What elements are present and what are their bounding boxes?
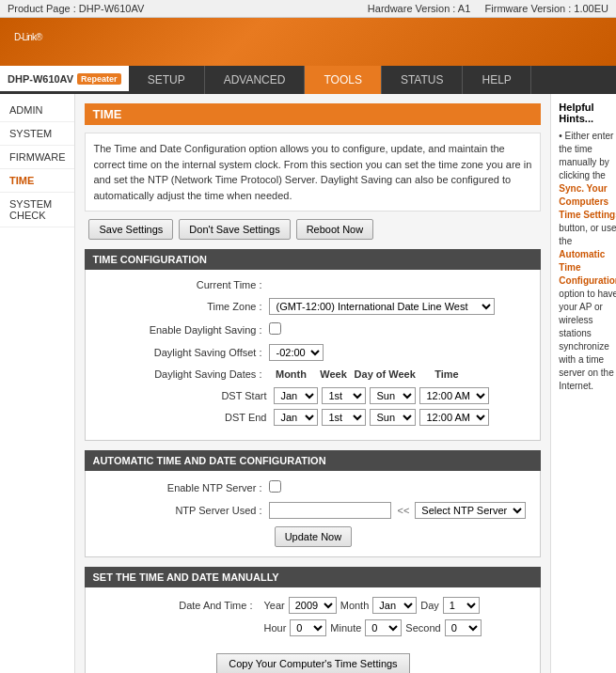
day-label: Day (420, 600, 439, 611)
repeater-badge: Repeater (77, 73, 121, 85)
tab-status[interactable]: STATUS (382, 66, 464, 94)
main-layout: ADMIN SYSTEM FIRMWARE TIME SYSTEM CHECK … (0, 94, 616, 673)
day-select[interactable]: 123153031 (443, 597, 480, 614)
action-buttons: Save Settings Don't Save Settings Reboot… (85, 219, 541, 240)
timezone-select[interactable]: (GMT-12:00) International Date Line West (269, 298, 495, 315)
month-select[interactable]: JanFebMarApr MayJunJulAug SepOctNovDec (372, 597, 417, 614)
enable-ntp-checkbox[interactable] (269, 480, 281, 493)
header: D-Link® (0, 18, 616, 66)
sidebar-item-system[interactable]: SYSTEM (0, 122, 74, 146)
sidebar-item-time[interactable]: TIME (0, 169, 74, 193)
dst-offset-select[interactable]: -02:00 -01:00 00:00 (269, 344, 324, 361)
reboot-now-button[interactable]: Reboot Now (296, 219, 374, 240)
hints-content: • Either enter the time manually by clic… (559, 130, 616, 393)
time-config-header: TIME CONFIGURATION (85, 249, 541, 270)
sidebar: ADMIN SYSTEM FIRMWARE TIME SYSTEM CHECK (0, 94, 75, 673)
dst-col-time-label: Time (419, 368, 475, 380)
enable-ntp-row: Enable NTP Server : (100, 480, 526, 494)
month-label: Month (340, 600, 370, 611)
description-box: The Time and Date Configuration option a… (85, 133, 541, 211)
tab-setup[interactable]: SETUP (129, 66, 205, 94)
dst-end-row: DST End JanFebMarApr MayJunJulAug SepOct… (100, 409, 526, 426)
year-select[interactable]: 2009201020112012 (289, 597, 337, 614)
enable-ntp-label: Enable NTP Server : (100, 482, 269, 493)
current-time-row: Current Time : (100, 279, 526, 290)
timezone-label: Time Zone : (100, 301, 269, 312)
dst-start-week-select[interactable]: 1st2nd3rd4thLast (322, 387, 366, 404)
second-label: Second (405, 622, 440, 634)
ntp-server-value: << Select NTP Server (269, 502, 526, 519)
tab-help[interactable]: HELP (463, 66, 530, 94)
enable-dst-row: Enable Daylight Saving : (100, 322, 526, 336)
time-config-body: Current Time : Time Zone : (GMT-12:00) I… (85, 270, 541, 441)
content-area: TIME The Time and Date Configuration opt… (75, 94, 550, 673)
enable-dst-label: Enable Daylight Saving : (100, 324, 269, 336)
dst-end-week-select[interactable]: 1st2nd3rd4thLast (322, 409, 366, 426)
ntp-config-body: Enable NTP Server : NTP Server Used : <<… (85, 471, 541, 557)
dst-start-time-select[interactable]: 12:00 AM1:00 AM12:00 PM (419, 387, 489, 404)
dst-start-month-select[interactable]: JanFebMarApr MayJunJulAug SepOctNovDec (274, 387, 318, 404)
manual-config-header: SET THE TIME AND DATE MANUALLY (85, 567, 541, 587)
dst-col-month-label: Month (269, 368, 312, 380)
dst-col-labels: Month Week Day of Week Time (269, 368, 526, 380)
dst-end-dow-select[interactable]: SunMonTueWed ThuFriSat (370, 409, 416, 426)
hints-panel: Helpful Hints... • Either enter the time… (550, 94, 616, 673)
dst-start-selects: JanFebMarApr MayJunJulAug SepOctNovDec 1… (274, 387, 489, 404)
dst-end-selects: JanFebMarApr MayJunJulAug SepOctNovDec 1… (274, 409, 489, 426)
timezone-row: Time Zone : (GMT-12:00) International Da… (100, 298, 526, 315)
dst-offset-row: Daylight Saving Offset : -02:00 -01:00 0… (100, 344, 526, 361)
update-now-button[interactable]: Update Now (275, 526, 353, 547)
dst-col-dow-label: Day of Week (355, 368, 416, 380)
minute-label: Minute (330, 622, 361, 634)
ntp-server-select[interactable]: Select NTP Server (415, 502, 526, 519)
second-select[interactable]: 013059 (445, 619, 482, 636)
year-label: Year (263, 600, 284, 611)
dst-start-row: DST Start JanFebMarApr MayJunJulAug SepO… (100, 387, 526, 404)
tab-tools[interactable]: TOOLS (305, 66, 381, 94)
copy-time-button[interactable]: Copy Your Computer's Time Settings (216, 653, 409, 673)
hints-title: Helpful Hints... (559, 102, 616, 124)
time-fields: Hour 0121223 Minute 013059 Second 013059 (263, 619, 481, 636)
save-settings-button[interactable]: Save Settings (88, 219, 173, 240)
datetime-label: Date And Time : (100, 600, 260, 611)
hour-select[interactable]: 0121223 (290, 619, 326, 636)
dst-start-dow-select[interactable]: SunMonTueWed ThuFriSat (370, 387, 416, 404)
version-info: Hardware Version : A1 Firmware Version :… (368, 3, 608, 14)
date-row: Date And Time : Year 2009201020112012 Mo… (100, 597, 526, 614)
dst-end-month-select[interactable]: JanFebMarApr MayJunJulAug SepOctNovDec (274, 409, 318, 426)
dst-col-week-label: Week (316, 368, 352, 380)
nav-device: DHP-W610AV Repeater (0, 66, 129, 94)
dont-save-button[interactable]: Don't Save Settings (179, 219, 290, 240)
current-time-label: Current Time : (100, 279, 269, 290)
ntp-config-header: AUTOMATIC TIME AND DATE CONFIGURATION (85, 450, 541, 471)
nav-bar: DHP-W610AV Repeater SETUP ADVANCED TOOLS… (0, 66, 616, 94)
manual-config-body: Date And Time : Year 2009201020112012 Mo… (85, 587, 541, 673)
top-bar: Product Page : DHP-W610AV Hardware Versi… (0, 0, 616, 18)
dst-end-label: DST End (100, 412, 274, 423)
dst-dates-header-row: Daylight Saving Dates : Month Week Day o… (100, 368, 526, 380)
tab-advanced[interactable]: ADVANCED (205, 66, 306, 94)
dst-offset-value: -02:00 -01:00 00:00 (269, 344, 526, 361)
dst-end-time-select[interactable]: 12:00 AM1:00 AM12:00 PM (419, 409, 489, 426)
sidebar-item-admin[interactable]: ADMIN (0, 99, 74, 122)
sidebar-item-firmware[interactable]: FIRMWARE (0, 146, 74, 169)
dst-offset-label: Daylight Saving Offset : (100, 347, 269, 358)
enable-dst-value (269, 322, 526, 336)
dst-dates-label: Daylight Saving Dates : (100, 368, 269, 380)
enable-ntp-value (269, 480, 526, 494)
logo: D-Link® (14, 27, 41, 56)
ntp-server-row: NTP Server Used : << Select NTP Server (100, 502, 526, 519)
copy-btn-row: Copy Your Computer's Time Settings (100, 644, 526, 673)
ntp-server-input[interactable] (269, 502, 391, 519)
date-fields: Year 2009201020112012 Month JanFebMarApr… (263, 597, 479, 614)
enable-dst-checkbox[interactable] (269, 322, 281, 335)
page-title: TIME (85, 103, 541, 125)
ntp-arrow: << (397, 505, 409, 516)
time-row: Hour 0121223 Minute 013059 Second 013059 (100, 619, 526, 636)
hour-label: Hour (263, 622, 286, 634)
product-info: Product Page : DHP-W610AV (8, 3, 144, 14)
sidebar-item-system-check[interactable]: SYSTEM CHECK (0, 193, 74, 227)
dst-start-label: DST Start (100, 390, 274, 401)
timezone-value: (GMT-12:00) International Date Line West (269, 298, 526, 315)
minute-select[interactable]: 013059 (365, 619, 402, 636)
